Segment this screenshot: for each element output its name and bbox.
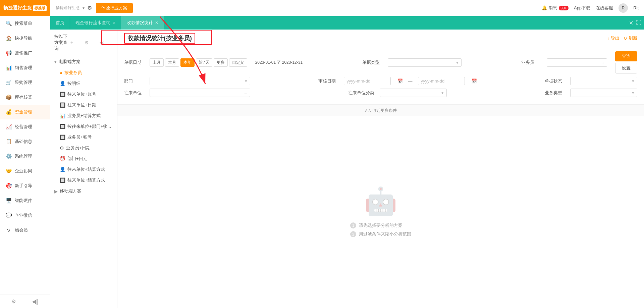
- scheme-group-desktop-header[interactable]: ▾ 电脑端方案: [50, 56, 117, 67]
- sidebar-item-wechat[interactable]: 💬 企业微信: [0, 208, 50, 223]
- app-download-link[interactable]: App下载: [574, 5, 590, 11]
- tab-close-all-icon[interactable]: ✕: [629, 20, 633, 26]
- unit-category-select[interactable]: ▾: [380, 89, 447, 97]
- add-scheme-icon[interactable]: ＋: [69, 40, 83, 46]
- unit-category-chevron-icon: ▾: [441, 90, 444, 95]
- app-logo: 畅捷通好生意 标准版: [0, 0, 50, 16]
- page-title-bar: 收款情况统计(按业务员) ↑ 导出 ↻ 刷新: [117, 30, 644, 47]
- sidebar-settings-btn[interactable]: ⚙: [11, 298, 16, 305]
- voucher-type-select[interactable]: ▾: [388, 58, 462, 67]
- notification-area[interactable]: 🔔 消息 99+: [542, 5, 569, 11]
- scheme-item-unit-settle1[interactable]: 👤 往来单位+结算方式: [50, 164, 117, 175]
- scheme-group-mobile: ▶ 移动端方案: [50, 186, 117, 197]
- dept-select[interactable]: ▾: [150, 77, 250, 85]
- salesman-dots[interactable]: ···: [600, 60, 604, 65]
- sidebar-item-operation[interactable]: 📈 经营管理: [0, 119, 50, 134]
- header-gear-icon[interactable]: ⚙: [87, 5, 92, 11]
- tab-collection-stats[interactable]: 收款情况统计 ✕: [121, 16, 164, 30]
- review-date-label: 审核日期: [318, 78, 338, 84]
- tab-collection-stats-close-icon[interactable]: ✕: [155, 20, 158, 25]
- sidebar-item-search-menu[interactable]: 🔍 搜索菜单: [0, 16, 50, 31]
- sidebar-item-finance[interactable]: 💰 资金管理: [0, 105, 50, 119]
- unit-account-icon: 🔲: [60, 92, 65, 97]
- sidebar-item-marketing[interactable]: 📢 营销推广: [0, 46, 50, 60]
- export-button[interactable]: ↑ 导出: [607, 35, 620, 41]
- review-date-from-placeholder: yyyy-mm-dd: [347, 79, 371, 84]
- tab-bank-flow[interactable]: 现金银行流水查询 ✕: [70, 16, 121, 30]
- sidebar-item-inventory[interactable]: 📦 库存核算: [0, 90, 50, 105]
- unit-dept-icon: 🔲: [60, 124, 65, 129]
- sales-icon: 📊: [5, 64, 12, 71]
- wechat-icon: 💬: [5, 212, 12, 219]
- sidebar-item-label: 采购管理: [15, 80, 32, 86]
- scheme-item-unit-settle2[interactable]: 🔲 往来单位+结算方式: [50, 175, 117, 186]
- unit-filter-label: 往来单位: [124, 90, 144, 96]
- sidebar-item-label: 企业协同: [15, 168, 32, 174]
- date-btn-custom[interactable]: 自定义: [229, 58, 247, 67]
- tab-home[interactable]: 首页: [50, 16, 70, 30]
- try-industry-button[interactable]: 体验行业方案: [96, 3, 133, 13]
- voucher-status-select[interactable]: ▾: [570, 77, 637, 85]
- online-service-link[interactable]: 在线客服: [596, 5, 613, 11]
- unit-select[interactable]: ···: [150, 89, 250, 97]
- scheme-item-salesman-settle[interactable]: 📊 业务员+结算方式: [50, 110, 117, 121]
- tab-bank-flow-close-icon[interactable]: ✕: [112, 20, 116, 25]
- collapse-panel-icon[interactable]: ≪: [99, 40, 113, 45]
- collapse-bar[interactable]: ∧∧ 收起更多条件: [117, 105, 644, 116]
- refresh-label: 刷新: [629, 35, 637, 41]
- refresh-button[interactable]: ↻ 刷新: [624, 35, 637, 41]
- sidebar-item-sales[interactable]: 📊 销售管理: [0, 60, 50, 75]
- date-btn-this-month[interactable]: 本月: [165, 58, 179, 67]
- user-name[interactable]: Rit: [633, 5, 639, 10]
- sidebar-item-guide[interactable]: 🎯 新手引导: [0, 178, 50, 193]
- sidebar-collapse-btn[interactable]: ◀‖: [32, 298, 39, 305]
- tab-bank-flow-label: 现金银行流水查询: [75, 20, 110, 26]
- sidebar-item-system[interactable]: ⚙️ 系统管理: [0, 149, 50, 164]
- left-panel-header: 按以下方案查询 ＋ ⚙ ≪: [50, 30, 117, 56]
- scheme-item-by-salesman[interactable]: ● 按业务员: [50, 67, 117, 78]
- sidebar-nav: 🔍 搜索菜单 🏠 快捷导航 📢 营销推广 📊 销售管理 🛒 采购管理 📦: [0, 16, 50, 295]
- scheme-item-by-detail[interactable]: 👤 按明细: [50, 78, 117, 89]
- top-header-left: 畅捷通好生意 ▾ ⚙: [56, 5, 92, 11]
- scheme-item-unit-date[interactable]: 🔲 往来单位+日期: [50, 100, 117, 110]
- sidebar-item-enterprise[interactable]: 🤝 企业协同: [0, 164, 50, 178]
- unit-dots-icon[interactable]: ···: [244, 90, 247, 95]
- scheme-item-dept-date[interactable]: ⏰ 部门+日期: [50, 153, 117, 164]
- date-btn-7days[interactable]: 近7天: [196, 58, 212, 67]
- scheme-group-mobile-header[interactable]: ▶ 移动端方案: [50, 186, 117, 197]
- date-btn-last-month[interactable]: 上月: [150, 58, 164, 67]
- inventory-icon: 📦: [5, 94, 12, 101]
- sidebar-item-label: 营销推广: [15, 50, 32, 56]
- salesman-select[interactable]: ···: [547, 58, 607, 67]
- voucher-status-label: 单据状态: [545, 78, 565, 84]
- scheme-settings-icon[interactable]: ⚙: [85, 40, 98, 45]
- scheme-item-salesman-date[interactable]: ⚙ 业务员+日期: [50, 143, 117, 153]
- biz-type-select[interactable]: ▾: [570, 89, 637, 97]
- review-date-to-input[interactable]: yyyy-mm-dd: [418, 77, 465, 85]
- scheme-item-unit-dept[interactable]: 🔲 按往来单位+部门+收...: [50, 121, 117, 132]
- query-button[interactable]: 查询: [615, 51, 637, 61]
- sidebar-item-member[interactable]: V 畅会员: [0, 223, 50, 238]
- scheme-item-unit-account[interactable]: 🔲 往来单位+账号: [50, 89, 117, 100]
- scheme-item-salesman-account[interactable]: 🔲 业务员+账号: [50, 132, 117, 143]
- tab-bar: 首页 现金银行流水查询 ✕ 收款情况统计 ✕ ✕ ⛶: [50, 16, 644, 30]
- sidebar-item-basic[interactable]: 📋 基础信息: [0, 134, 50, 149]
- home-icon: 🏠: [5, 35, 12, 42]
- filter-area: 单据日期 上月 本月 本年 近7天 更多 自定义 2023-01-01 至: [117, 47, 644, 105]
- sidebar-item-label: 资金管理: [15, 109, 32, 115]
- review-date-to-calendar-icon[interactable]: 📅: [472, 79, 477, 84]
- breadcrumb-chevron-icon[interactable]: ▾: [83, 6, 85, 10]
- settings-button[interactable]: 设置: [615, 63, 637, 73]
- date-btn-more[interactable]: 更多: [214, 58, 228, 67]
- user-avatar[interactable]: R: [619, 3, 628, 13]
- sidebar-item-purchase[interactable]: 🛒 采购管理: [0, 75, 50, 90]
- operation-icon: 📈: [5, 123, 12, 130]
- review-date-from-calendar-icon[interactable]: 📅: [397, 79, 403, 84]
- tab-maximize-icon[interactable]: ⛶: [636, 20, 641, 26]
- date-filter-label: 单据日期: [124, 59, 144, 65]
- review-date-from-input[interactable]: yyyy-mm-dd: [344, 77, 391, 85]
- sidebar-item-quick-nav[interactable]: 🏠 快捷导航: [0, 31, 50, 46]
- date-btn-this-year[interactable]: 本年: [180, 58, 195, 67]
- sidebar-item-hardware[interactable]: 🖥️ 智能硬件: [0, 193, 50, 208]
- left-panel: 按以下方案查询 ＋ ⚙ ≪ ▾ 电脑端方案 ● 按业务员: [50, 30, 117, 308]
